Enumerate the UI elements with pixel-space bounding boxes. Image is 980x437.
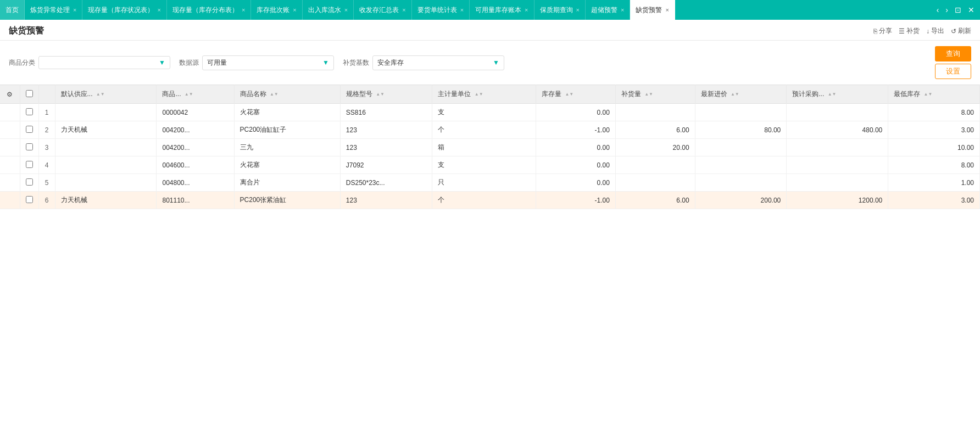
row-unit: 个 <box>432 192 536 209</box>
nav-tab-9[interactable]: 保质期查询 × <box>534 0 586 20</box>
row-stock: 0.00 <box>536 174 616 192</box>
col-est-purchase[interactable]: 预计采购... ▲▼ <box>787 85 888 104</box>
nav-tab-3-label: 现存量（库存分布表） <box>172 5 238 15</box>
row-spec: 123 <box>340 139 432 156</box>
nav-tab-4[interactable]: 库存批次账 × <box>251 0 302 20</box>
col-unit[interactable]: 主计量单位 ▲▼ <box>432 85 536 104</box>
close-icon[interactable]: × <box>344 7 348 13</box>
nav-tab-2[interactable]: 现存量（库存状况表） × <box>82 0 166 20</box>
nav-tab-11[interactable]: 缺货预警 × <box>630 0 675 20</box>
row-unit: 只 <box>432 174 536 192</box>
row-checkbox-cell[interactable] <box>20 121 38 139</box>
col-checkbox[interactable] <box>20 85 38 104</box>
close-icon[interactable]: × <box>525 7 528 13</box>
nav-tab-6[interactable]: 收发存汇总表 × <box>354 0 411 20</box>
row-est-purchase: 1200.00 <box>787 192 888 209</box>
col-settings[interactable]: ⚙ <box>0 85 20 104</box>
nav-next-button[interactable]: › <box>942 4 951 15</box>
row-stock: 0.00 <box>536 139 616 156</box>
nav-tab-home-label: 首页 <box>5 5 19 15</box>
row-checkbox[interactable] <box>26 108 33 115</box>
table-row: 4 004600... 火花塞 J7092 支 0.00 8.00 <box>0 156 980 174</box>
row-checkbox[interactable] <box>26 161 33 168</box>
row-min-stock: 1.00 <box>888 174 980 192</box>
col-supplier[interactable]: 默认供应... ▲▼ <box>55 85 157 104</box>
sort-icon: ▲▼ <box>376 92 385 97</box>
row-checkbox[interactable] <box>26 143 33 150</box>
row-checkbox-cell[interactable] <box>20 192 38 209</box>
row-supplier <box>55 156 157 174</box>
nav-window-button[interactable]: ⊡ <box>951 4 965 15</box>
row-product-name: PC200张紧油缸 <box>234 192 340 209</box>
nav-tab-7[interactable]: 要货单统计表 × <box>412 0 470 20</box>
replenish-value: 安全库存 <box>377 58 404 68</box>
nav-tab-3[interactable]: 现存量（库存分布表） × <box>167 0 251 20</box>
row-latest-price <box>695 104 787 121</box>
close-icon[interactable]: × <box>73 7 76 13</box>
close-icon[interactable]: × <box>621 7 624 13</box>
share-button[interactable]: ⎘ 分享 <box>873 26 892 36</box>
row-stock: 0.00 <box>536 156 616 174</box>
close-icon[interactable]: × <box>460 7 464 13</box>
row-checkbox-cell[interactable] <box>20 104 38 121</box>
row-product-code: 004200... <box>157 139 234 156</box>
nav-tab-5[interactable]: 出入库流水 × <box>303 0 354 20</box>
close-icon[interactable]: × <box>665 7 669 13</box>
table-row: 1 0000042 火花塞 SS816 支 0.00 8.00 <box>0 104 980 121</box>
col-spec[interactable]: 规格型号 ▲▼ <box>340 85 432 104</box>
refresh-button[interactable]: ↺ 刷新 <box>951 26 971 36</box>
data-table-wrapper: ⚙ 默认供应... ▲▼ 商品... ▲▼ 商品名称 <box>0 85 980 209</box>
row-replenish-qty <box>615 156 695 174</box>
close-icon[interactable]: × <box>242 7 245 13</box>
close-icon[interactable]: × <box>157 7 160 13</box>
row-checkbox-cell[interactable] <box>20 139 38 156</box>
close-icon[interactable]: × <box>402 7 405 13</box>
row-unit: 箱 <box>432 139 536 156</box>
row-product-code: 801110... <box>157 192 234 209</box>
export-button[interactable]: ↓ 导出 <box>926 26 944 36</box>
row-replenish-qty: 6.00 <box>615 121 695 139</box>
row-latest-price <box>695 139 787 156</box>
row-checkbox[interactable] <box>26 196 33 203</box>
nav-tab-home[interactable]: 首页 <box>0 0 25 20</box>
datasource-select[interactable]: 可用量 ▼ <box>202 55 334 70</box>
row-stock: 0.00 <box>536 104 616 121</box>
nav-close-button[interactable]: ✕ <box>965 4 978 15</box>
col-stock[interactable]: 库存量 ▲▼ <box>536 85 616 104</box>
query-button[interactable]: 查询 <box>935 46 971 61</box>
gear-icon: ⚙ <box>7 91 13 98</box>
col-replenish-qty[interactable]: 补货量 ▲▼ <box>615 85 695 104</box>
replenish-label: 补货 <box>906 26 920 36</box>
nav-tab-2-label: 现存量（库存状况表） <box>88 5 154 15</box>
nav-tab-10-label: 超储预警 <box>591 5 617 15</box>
row-replenish-qty: 6.00 <box>615 192 695 209</box>
close-icon[interactable]: × <box>576 7 580 13</box>
col-min-stock[interactable]: 最低库存 ▲▼ <box>888 85 980 104</box>
nav-tab-10[interactable]: 超储预警 × <box>586 0 630 20</box>
row-checkbox[interactable] <box>26 178 33 186</box>
category-label: 商品分类 <box>9 58 35 68</box>
nav-tab-8[interactable]: 可用量库存账本 × <box>470 0 534 20</box>
row-replenish-qty: 20.00 <box>615 139 695 156</box>
replenish-select[interactable]: 安全库存 ▼ <box>372 55 504 70</box>
col-latest-price[interactable]: 最新进价 ▲▼ <box>695 85 787 104</box>
category-select[interactable]: ▼ <box>38 56 170 69</box>
row-checkbox-cell[interactable] <box>20 174 38 192</box>
col-row-num <box>38 85 55 104</box>
row-spec: 123 <box>340 121 432 139</box>
replenish-label: 补货基数 <box>343 58 369 68</box>
nav-tab-1[interactable]: 炼货异常处理 × <box>25 0 82 20</box>
row-settings-cell <box>0 156 20 174</box>
col-product-code-label: 商品... <box>162 90 181 98</box>
col-product-name[interactable]: 商品名称 ▲▼ <box>234 85 340 104</box>
row-checkbox[interactable] <box>26 126 33 133</box>
replenish-button[interactable]: ☰ 补货 <box>899 26 920 36</box>
sort-icon: ▲▼ <box>731 92 739 97</box>
close-icon[interactable]: × <box>293 7 296 13</box>
select-all-checkbox[interactable] <box>26 90 33 97</box>
row-checkbox-cell[interactable] <box>20 156 38 174</box>
col-product-code[interactable]: 商品... ▲▼ <box>157 85 234 104</box>
settings-button[interactable]: 设置 <box>935 64 971 79</box>
export-label: 导出 <box>931 26 944 36</box>
nav-prev-button[interactable]: ‹ <box>933 4 943 15</box>
